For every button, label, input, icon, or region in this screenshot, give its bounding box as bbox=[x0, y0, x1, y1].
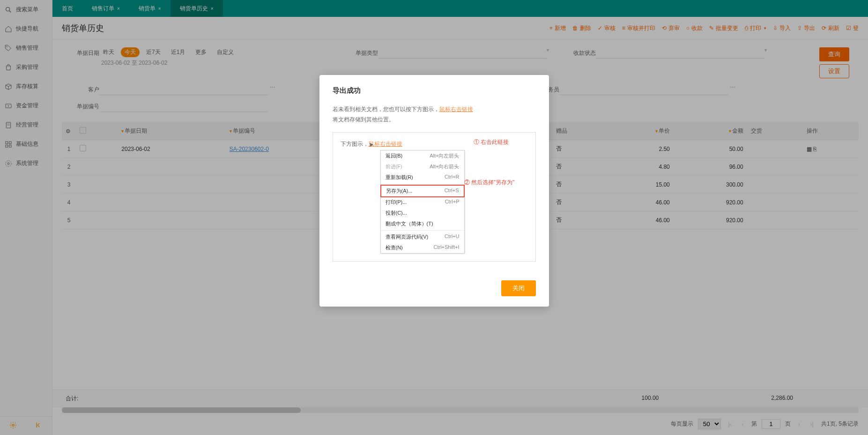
ctx-item-3: 另存为(A)...Ctrl+S bbox=[380, 185, 465, 197]
annotation-1: ① 右击此链接 bbox=[474, 138, 509, 146]
modal-title: 导出成功 bbox=[333, 86, 536, 95]
cursor-icon: ➤ bbox=[369, 141, 374, 148]
ctx-item-8: 检查(N)Ctrl+Shift+I bbox=[381, 242, 464, 253]
ctx-item-7: 查看网页源代码(V)Ctrl+U bbox=[381, 232, 464, 242]
modal-text: 若未看到相关文档，您也可以按下方图示，鼠标右击链接 将文档存储到其他位置。 bbox=[333, 105, 536, 125]
ctx-item-1: 前进(F)Alt+向右箭头 bbox=[381, 161, 464, 172]
context-menu-diagram: 返回(B)Alt+向左箭头前进(F)Alt+向右箭头重新加载(R)Ctrl+R另… bbox=[380, 150, 465, 254]
modal-overlay[interactable]: 导出成功 若未看到相关文档，您也可以按下方图示，鼠标右击链接 将文档存储到其他位… bbox=[0, 0, 868, 435]
instruction-diagram: ① 右击此链接 ② 然后选择"另存为" 下方图示，鼠标右击链接 ➤ 返回(B)A… bbox=[333, 132, 536, 262]
annotation-2: ② 然后选择"另存为" bbox=[464, 179, 515, 187]
export-success-modal: 导出成功 若未看到相关文档，您也可以按下方图示，鼠标右击链接 将文档存储到其他位… bbox=[319, 75, 549, 307]
ctx-item-5: 投射(C)... bbox=[381, 208, 464, 218]
ctx-item-0: 返回(B)Alt+向左箭头 bbox=[381, 150, 464, 161]
ctx-item-4: 打印(P)...Ctrl+P bbox=[381, 197, 464, 208]
ctx-item-6: 翻成中文（简体）(T) bbox=[381, 218, 464, 229]
right-click-link-hint: 鼠标右击链接 bbox=[439, 106, 473, 112]
ctx-item-2: 重新加载(R)Ctrl+R bbox=[381, 172, 464, 183]
close-button[interactable]: 关闭 bbox=[501, 280, 536, 296]
